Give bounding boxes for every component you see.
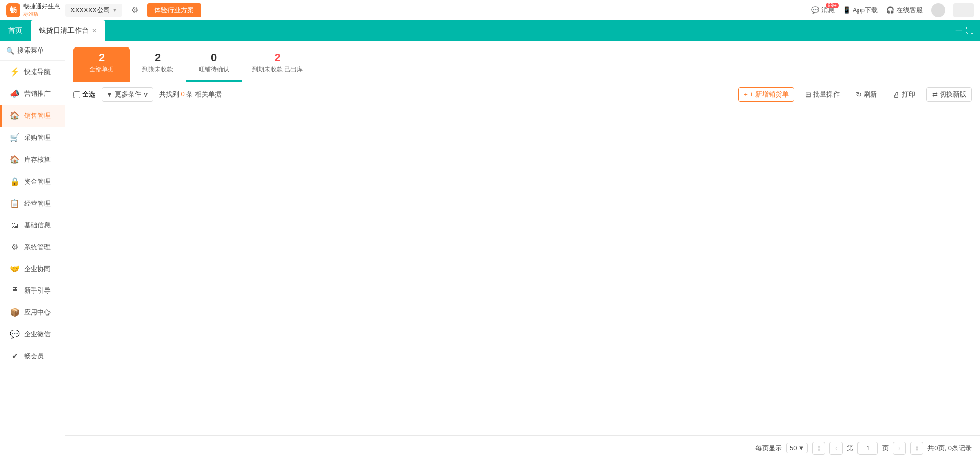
- sidebar-basic-label: 基础信息: [24, 221, 51, 230]
- table-area: [65, 107, 980, 435]
- search-label: 搜索菜单: [17, 46, 44, 55]
- page-label: 第: [847, 444, 853, 453]
- filter-icon: ▼: [106, 91, 113, 99]
- sidebar-item-cooperation[interactable]: 🤝 企业协同: [0, 258, 65, 280]
- page-input[interactable]: [857, 442, 878, 455]
- sidebar-item-quicknav[interactable]: ⚡ 快捷导航: [0, 61, 65, 83]
- app-download-item[interactable]: 📱 App下载: [843, 6, 878, 15]
- sidebar-purchase-label: 采购管理: [24, 133, 51, 142]
- sidebar-item-weixin[interactable]: 💬 企业微信: [0, 323, 65, 345]
- message-icon: 💬: [811, 6, 819, 14]
- maximize-icon[interactable]: ⛶: [966, 26, 974, 35]
- online-service-item[interactable]: 🎧 在线客服: [886, 6, 923, 15]
- system-icon: ⚙: [10, 242, 20, 252]
- sidebar-item-purchase[interactable]: 🛒 采购管理: [0, 127, 65, 149]
- capital-icon: 🔒: [10, 177, 20, 186]
- print-icon: 🖨: [893, 91, 900, 99]
- app-title: 畅捷通好生意 标准版: [23, 3, 60, 17]
- tab-home[interactable]: 首页: [0, 20, 31, 41]
- purchase-icon: 🛒: [10, 133, 20, 142]
- tab-close-icon[interactable]: ✕: [92, 27, 97, 34]
- appstore-icon: 📦: [10, 307, 20, 317]
- print-button[interactable]: 🖨 打印: [888, 88, 920, 101]
- filter-chevron-icon: ∨: [143, 91, 149, 99]
- sidebar-guide-label: 新手引导: [24, 286, 51, 295]
- first-page-button[interactable]: ⟪: [812, 442, 825, 455]
- stat-tab-overdue[interactable]: 2 到期未收款: [130, 47, 186, 82]
- stat-label-overdue-out: 到期未收款 已出库: [252, 65, 303, 74]
- minimize-icon[interactable]: ─: [956, 26, 962, 35]
- page-label-end: 页: [882, 444, 889, 453]
- add-sales-button[interactable]: + + 新增销货单: [738, 87, 794, 102]
- page-size-label: 每页显示: [755, 444, 782, 453]
- service-icon: 🎧: [886, 6, 894, 14]
- trial-button[interactable]: 体验行业方案: [147, 3, 201, 17]
- switch-version-button[interactable]: ⇄ 切换新版: [926, 87, 972, 102]
- company-name: XXXXXX公司: [70, 6, 110, 15]
- prev-page-button[interactable]: ‹: [829, 442, 843, 455]
- nav-tabs: 首页 钱货日清工作台 ✕ ─ ⛶: [0, 20, 980, 41]
- tab-workbench[interactable]: 钱货日清工作台 ✕: [31, 20, 105, 41]
- total-info: 共0页, 0条记录: [927, 444, 972, 453]
- sidebar-item-marketing[interactable]: 📣 营销推广: [0, 83, 65, 105]
- add-icon: +: [744, 91, 748, 99]
- search-icon: 🔍: [6, 47, 14, 55]
- stat-count-all: 2: [99, 51, 105, 64]
- sidebar-item-system[interactable]: ⚙ 系统管理: [0, 236, 65, 258]
- sidebar-inventory-label: 库存核算: [24, 155, 51, 164]
- sidebar-item-guide[interactable]: 🖥 新手引导: [0, 280, 65, 301]
- batch-button[interactable]: ⊞ 批量操作: [800, 88, 845, 101]
- sidebar-item-appstore[interactable]: 📦 应用中心: [0, 301, 65, 323]
- stat-tab-all[interactable]: 2 全部单据: [74, 47, 130, 82]
- sidebar-item-sales[interactable]: 🏠 销售管理: [0, 105, 65, 127]
- content-area: 2 全部单据 2 到期未收款 0 旺铺待确认 2 到期未收款 已出库 全选: [65, 41, 980, 460]
- select-all-checkbox[interactable]: [74, 91, 80, 98]
- sidebar-capital-label: 资金管理: [24, 177, 51, 186]
- app-download-icon: 📱: [843, 6, 851, 14]
- last-page-button[interactable]: ⟫: [910, 442, 923, 455]
- sidebar-item-member[interactable]: ✔ 畅会员: [0, 345, 65, 367]
- stat-label-overdue: 到期未收款: [142, 65, 173, 74]
- stat-label-pending: 旺铺待确认: [199, 65, 229, 74]
- stat-count-overdue: 2: [155, 51, 161, 64]
- logo-area: 畅 畅捷通好生意 标准版: [6, 3, 60, 17]
- sidebar-quicknav-label: 快捷导航: [24, 67, 51, 77]
- stat-tab-overdue-out[interactable]: 2 到期未收款 已出库: [242, 47, 313, 82]
- top-bar-right: 💬 消息 99+ 📱 App下载 🎧 在线客服: [811, 3, 974, 17]
- cooperation-icon: 🤝: [10, 264, 20, 274]
- sidebar-item-inventory[interactable]: 🏠 库存核算: [0, 149, 65, 171]
- sidebar-marketing-label: 营销推广: [24, 89, 51, 99]
- toolbar-left: 全选 ▼ 更多条件 ∨ 共找到 0 条 相关单据: [74, 87, 222, 102]
- page-size-select[interactable]: 50 ▼: [786, 443, 808, 453]
- guide-icon: 🖥: [10, 286, 20, 295]
- company-selector[interactable]: XXXXXX公司 ▼: [65, 4, 122, 17]
- weixin-icon: 💬: [10, 329, 20, 339]
- select-all-label: 全选: [82, 90, 95, 99]
- sidebar-item-operation[interactable]: 📋 经营管理: [0, 192, 65, 214]
- page-size-arrow-icon: ▼: [798, 444, 804, 452]
- sidebar-search[interactable]: 🔍 搜索菜单: [0, 41, 65, 61]
- message-item[interactable]: 💬 消息 99+: [811, 6, 835, 15]
- batch-icon: ⊞: [805, 91, 811, 99]
- basic-icon: 🗂: [10, 221, 20, 230]
- stat-label-all: 全部单据: [89, 65, 114, 74]
- operation-icon: 📋: [10, 199, 20, 208]
- top-bar: 畅 畅捷通好生意 标准版 XXXXXX公司 ▼ ⚙ 体验行业方案 💬 消息 99…: [0, 0, 980, 20]
- pagination-bar: 每页显示 50 ▼ ⟪ ‹ 第 页 › ⟫ 共0页, 0条记录: [65, 435, 980, 460]
- next-page-button[interactable]: ›: [893, 442, 906, 455]
- sidebar-item-basic[interactable]: 🗂 基础信息: [0, 214, 65, 236]
- settings-icon[interactable]: ⚙: [128, 3, 142, 17]
- avatar[interactable]: [931, 3, 945, 17]
- refresh-button[interactable]: ↻ 刷新: [851, 88, 882, 101]
- stat-tab-pending[interactable]: 0 旺铺待确认: [186, 47, 242, 82]
- sidebar-item-capital[interactable]: 🔒 资金管理: [0, 171, 65, 192]
- select-all-area[interactable]: 全选: [74, 90, 95, 99]
- filter-button[interactable]: ▼ 更多条件 ∨: [102, 87, 153, 102]
- inventory-icon: 🏠: [10, 155, 20, 164]
- stat-count-overdue-out: 2: [275, 51, 281, 64]
- chevron-down-icon: ▼: [112, 7, 117, 13]
- main-layout: 🔍 搜索菜单 ⚡ 快捷导航 📣 营销推广 🏠 销售管理 🛒 采购管理 🏠 库存核…: [0, 41, 980, 460]
- sidebar-system-label: 系统管理: [24, 243, 51, 252]
- quicknav-icon: ⚡: [10, 67, 20, 77]
- sidebar-operation-label: 经营管理: [24, 199, 51, 208]
